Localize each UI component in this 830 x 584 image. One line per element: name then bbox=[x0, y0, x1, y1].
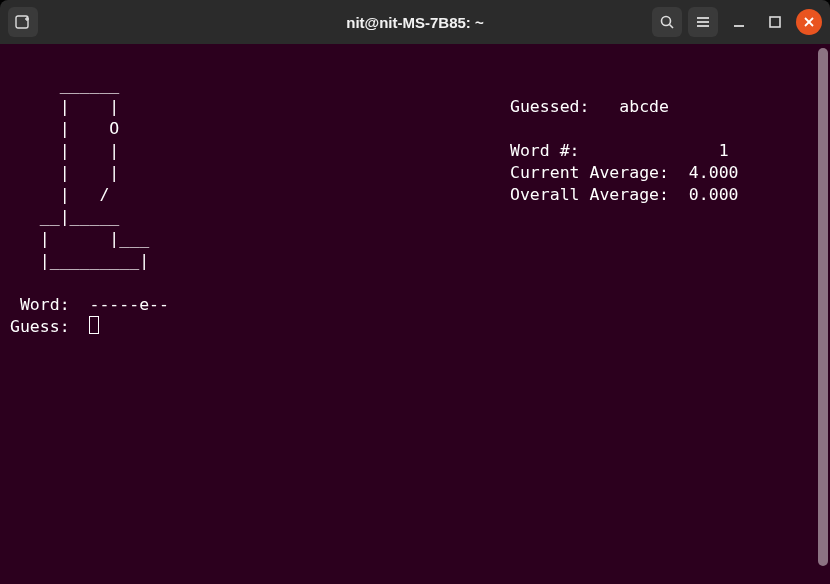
minimize-icon bbox=[732, 15, 746, 29]
hamburger-icon bbox=[695, 15, 711, 29]
hangman-figure-line: | |___ bbox=[10, 229, 149, 248]
guess-label: Guess: bbox=[10, 317, 89, 336]
search-button[interactable] bbox=[652, 7, 682, 37]
word-num-value: 1 bbox=[719, 141, 729, 160]
guessed-label: Guessed: bbox=[510, 97, 589, 116]
current-avg-value: 4.000 bbox=[689, 163, 739, 182]
search-icon bbox=[659, 14, 675, 30]
close-button[interactable] bbox=[796, 9, 822, 35]
hangman-figure-line: __|_____ bbox=[10, 207, 119, 226]
cursor[interactable] bbox=[89, 316, 99, 334]
hangman-figure-line: | | bbox=[10, 141, 119, 160]
close-icon bbox=[803, 16, 815, 28]
overall-avg-value: 0.000 bbox=[689, 185, 739, 204]
svg-line-4 bbox=[670, 25, 674, 29]
titlebar-right bbox=[652, 7, 822, 37]
new-tab-icon bbox=[15, 15, 31, 29]
hangman-figure-line: | / bbox=[10, 185, 109, 204]
new-tab-button[interactable] bbox=[8, 7, 38, 37]
scrollbar-thumb[interactable] bbox=[818, 48, 828, 566]
terminal[interactable]: ______ | |Guessed: abcde | O | |Word #: … bbox=[0, 44, 830, 584]
svg-point-3 bbox=[662, 17, 671, 26]
titlebar-left bbox=[8, 7, 38, 37]
maximize-button[interactable] bbox=[760, 7, 790, 37]
terminal-content: ______ | |Guessed: abcde | O | |Word #: … bbox=[0, 44, 830, 584]
overall-avg-label: Overall Average: bbox=[510, 185, 669, 204]
svg-rect-0 bbox=[16, 16, 28, 28]
guessed-value: abcde bbox=[619, 97, 669, 116]
hangman-figure-line: | | bbox=[10, 163, 119, 182]
maximize-icon bbox=[768, 15, 782, 29]
hangman-figure-line: | | bbox=[10, 97, 119, 116]
current-avg-label: Current Average: bbox=[510, 163, 669, 182]
word-num-label: Word #: bbox=[510, 141, 580, 160]
hangman-figure-line: |_________| bbox=[10, 251, 149, 270]
word-label: Word: bbox=[10, 295, 89, 314]
minimize-button[interactable] bbox=[724, 7, 754, 37]
window-titlebar: nit@nit-MS-7B85: ~ bbox=[0, 0, 830, 44]
hangman-figure-line: | O bbox=[10, 119, 119, 138]
svg-rect-9 bbox=[770, 17, 780, 27]
hangman-figure-line: ______ bbox=[10, 75, 119, 94]
word-value: -----e-- bbox=[89, 295, 168, 314]
menu-button[interactable] bbox=[688, 7, 718, 37]
